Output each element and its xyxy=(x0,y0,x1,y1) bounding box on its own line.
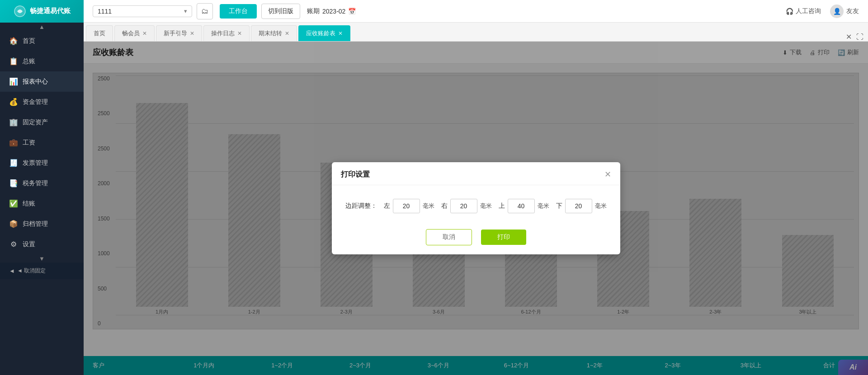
dropdown-arrow-icon: ▾ xyxy=(184,8,187,14)
sidebar-item-settings[interactable]: ⚙ 设置 xyxy=(0,234,84,254)
tab-guide-close[interactable]: ✕ xyxy=(190,30,194,37)
tab-member[interactable]: 畅会员 ✕ xyxy=(114,25,155,41)
margin-direction-left: 左 xyxy=(384,202,390,210)
assets-icon: 🏢 xyxy=(9,118,18,127)
tab-guide[interactable]: 新手引导 ✕ xyxy=(156,25,202,41)
window-maximize-btn[interactable]: ⛶ xyxy=(856,33,863,41)
company-selector[interactable]: 1111 ▾ xyxy=(93,5,192,17)
sidebar-scroll-down[interactable]: ▼ xyxy=(0,254,84,262)
tax-icon: 📑 xyxy=(9,179,18,188)
margin-input-top[interactable] xyxy=(508,199,535,213)
main-layout: ▲ 🏠 首页 📋 总账 📊 报表中心 💰 资金管理 🏢 固定资产 💼 工资 🧾 … xyxy=(0,23,868,375)
consult-btn[interactable]: 🎧 人工咨询 xyxy=(786,7,821,15)
sidebar-collapse-btn[interactable]: ◄ ◄ 取消固定 xyxy=(0,262,84,279)
modal-close-btn[interactable]: ✕ xyxy=(604,169,611,179)
tab-period-end-close[interactable]: ✕ xyxy=(285,30,289,37)
consult-label: 人工咨询 xyxy=(796,7,821,15)
sidebar-item-label-home: 首页 xyxy=(23,37,35,45)
sidebar-item-archive[interactable]: 📦 归档管理 xyxy=(0,214,84,234)
tab-aging-close[interactable]: ✕ xyxy=(338,30,343,37)
sidebar-item-label-archive: 归档管理 xyxy=(23,220,48,228)
sidebar-item-label-reports: 报表中心 xyxy=(23,78,48,86)
sidebar-item-label-funds: 资金管理 xyxy=(23,98,48,106)
sidebar-item-assets[interactable]: 🏢 固定资产 xyxy=(0,112,84,132)
margin-direction-bottom: 下 xyxy=(556,202,562,210)
tab-member-close[interactable]: ✕ xyxy=(142,30,147,37)
headset-icon: 🎧 xyxy=(786,8,793,15)
period-value: 2023-02 xyxy=(322,8,345,15)
logo-icon xyxy=(14,5,26,18)
logo-text: 畅捷通易代账 xyxy=(30,7,71,15)
sidebar-item-tax[interactable]: 📑 税务管理 xyxy=(0,173,84,193)
tab-aging-label: 应收账龄表 xyxy=(306,29,335,38)
modal-overlay[interactable]: 打印设置 ✕ 边距调整： 左 毫米 右 xyxy=(84,42,868,375)
tab-home-label: 首页 xyxy=(94,29,105,38)
margin-label: 边距调整： xyxy=(345,202,377,210)
print-settings-modal: 打印设置 ✕ 边距调整： 左 毫米 右 xyxy=(332,162,620,254)
window-close-btn[interactable]: ✕ xyxy=(846,33,852,41)
sidebar-item-funds[interactable]: 💰 资金管理 xyxy=(0,92,84,112)
company-name: 1111 xyxy=(98,8,180,15)
confirm-print-button[interactable]: 打印 xyxy=(481,230,526,245)
tab-member-label: 畅会员 xyxy=(122,29,140,38)
margin-field-left: 左 毫米 xyxy=(384,199,434,213)
tab-oplog[interactable]: 操作日志 ✕ xyxy=(203,25,250,41)
margin-direction-top: 上 xyxy=(499,202,505,210)
collapse-arrow-icon: ◄ xyxy=(9,267,15,274)
workbench-button[interactable]: 工作台 xyxy=(220,4,257,19)
period-selector: 账期 2023-02 📅 xyxy=(307,7,356,15)
page-content: 应收账龄表 ⬇ 下载 🖨 打印 🔄 刷新 xyxy=(84,42,868,375)
user-menu[interactable]: 👤 友友 xyxy=(830,5,859,18)
tab-guide-label: 新手引导 xyxy=(164,29,187,38)
settings-icon: ⚙ xyxy=(9,240,18,248)
sidebar-item-invoice[interactable]: 🧾 发票管理 xyxy=(0,153,84,173)
home-icon: 🏠 xyxy=(9,37,18,45)
archive-icon: 📦 xyxy=(9,220,18,228)
content-area: 首页 畅会员 ✕ 新手引导 ✕ 操作日志 ✕ 期末结转 ✕ 应收账龄表 ✕ xyxy=(84,23,868,375)
tab-oplog-close[interactable]: ✕ xyxy=(237,30,242,37)
margin-unit-right: 毫米 xyxy=(480,202,492,210)
tab-home[interactable]: 首页 xyxy=(86,25,113,41)
sidebar-scroll-up[interactable]: ▲ xyxy=(0,23,84,31)
top-header: 畅捷通易代账 1111 ▾ 🗂 工作台 切到旧版 账期 2023-02 📅 🎧 … xyxy=(0,0,868,23)
calendar-icon[interactable]: 📅 xyxy=(348,8,356,15)
sidebar-item-checkout[interactable]: ✅ 结账 xyxy=(0,193,84,214)
sidebar-item-label-invoice: 发票管理 xyxy=(23,159,48,167)
sidebar-item-reports[interactable]: 📊 报表中心 xyxy=(0,71,84,92)
reports-icon: 📊 xyxy=(9,77,18,86)
sidebar-item-home[interactable]: 🏠 首页 xyxy=(0,31,84,51)
tabs-bar: 首页 畅会员 ✕ 新手引导 ✕ 操作日志 ✕ 期末结转 ✕ 应收账龄表 ✕ xyxy=(84,23,868,42)
sidebar-item-ledger[interactable]: 📋 总账 xyxy=(0,51,84,71)
sidebar-item-label-assets: 固定资产 xyxy=(23,118,48,127)
archive-icon: 🗂 xyxy=(201,7,208,15)
modal-header: 打印设置 ✕ xyxy=(332,162,620,185)
sidebar-item-label-checkout: 结账 xyxy=(23,200,35,208)
cancel-button[interactable]: 取消 xyxy=(426,229,472,245)
margin-input-left[interactable] xyxy=(393,199,420,213)
user-label: 友友 xyxy=(846,7,859,15)
header-right: 🎧 人工咨询 👤 友友 xyxy=(786,5,868,18)
margin-unit-bottom: 毫米 xyxy=(595,202,607,210)
margin-direction-right: 右 xyxy=(441,202,448,210)
avatar: 👤 xyxy=(830,5,844,18)
margin-field-right: 右 毫米 xyxy=(441,199,492,213)
sidebar-item-label-payroll: 工资 xyxy=(23,139,35,147)
modal-footer: 取消 打印 xyxy=(332,222,620,254)
tab-period-end-label: 期末结转 xyxy=(259,29,282,38)
checkout-icon: ✅ xyxy=(9,199,18,208)
margin-input-right[interactable] xyxy=(450,199,477,213)
logo-area: 畅捷通易代账 xyxy=(0,0,84,23)
margin-row: 边距调整： 左 毫米 右 毫米 xyxy=(345,199,607,213)
tab-aging[interactable]: 应收账龄表 ✕ xyxy=(298,25,350,41)
sidebar-item-payroll[interactable]: 💼 工资 xyxy=(0,132,84,153)
sidebar-item-label-tax: 税务管理 xyxy=(23,179,48,188)
ledger-icon: 📋 xyxy=(9,57,18,66)
archive-btn[interactable]: 🗂 xyxy=(197,3,213,19)
modal-title: 打印设置 xyxy=(341,170,370,179)
switch-version-button[interactable]: 切到旧版 xyxy=(261,4,300,19)
margin-input-bottom[interactable] xyxy=(565,199,592,213)
period-label: 账期 xyxy=(307,7,320,15)
tab-oplog-label: 操作日志 xyxy=(211,29,235,38)
sidebar-item-label-ledger: 总账 xyxy=(23,57,35,66)
tab-period-end[interactable]: 期末结转 ✕ xyxy=(251,25,297,41)
